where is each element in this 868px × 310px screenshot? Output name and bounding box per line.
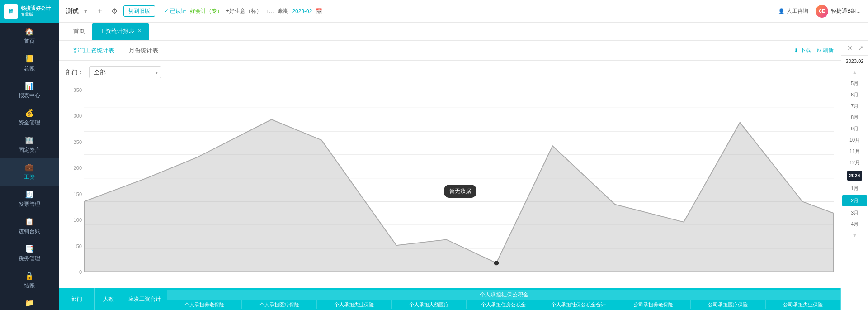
period-value: 2023-02 <box>292 8 312 14</box>
th-people-label: 人数 <box>103 296 114 303</box>
filter-row: 部门： 全部 部门一 部门二 ▾ <box>59 61 841 84</box>
period-label: 账期 <box>278 7 288 15</box>
sidebar-item-archive[interactable]: 📁 归档管理 <box>0 294 59 310</box>
sidebar-label-funds: 资金管理 <box>19 119 40 127</box>
sidebar-label-tax: 税务管理 <box>19 255 40 262</box>
badge-more: +… <box>265 8 274 14</box>
sidebar-item-home[interactable]: 🏠 首页 <box>0 23 59 50</box>
th-personal-insurance-group: 个人承担社保公积金 个人承担养老保险 个人承担医疗保险 个人承担失业保险 个人承… <box>167 288 841 310</box>
reports-icon: 📊 <box>25 81 34 90</box>
invoice-icon: 🧾 <box>25 190 34 199</box>
sidebar-item-tax[interactable]: 📑 税务管理 <box>0 240 59 267</box>
th-personal-unemployment-label: 个人承担失业保险 <box>334 302 374 307</box>
logo-icon: 畅 <box>4 4 18 19</box>
sidebar-item-reports[interactable]: 📊 报表中心 <box>0 77 59 104</box>
sales-icon: 📋 <box>25 217 34 226</box>
refresh-icon: ↻ <box>816 48 821 54</box>
tab-home-label: 首页 <box>73 27 85 35</box>
th-dept: 部门 <box>59 288 95 310</box>
switch-old-btn[interactable]: 切到旧版 <box>123 5 155 17</box>
download-btn[interactable]: ⬇ 下载 <box>794 47 811 54</box>
month-item-10[interactable]: 10月 <box>841 134 868 146</box>
tab-home[interactable]: 首页 <box>66 23 92 40</box>
sidebar-item-assets[interactable]: 🏢 固定资产 <box>0 131 59 158</box>
tab-bar: 首页 工资统计报表 ✕ <box>59 23 868 41</box>
help-btn[interactable]: 👤 人工咨询 <box>778 7 808 15</box>
project-dropdown-arrow[interactable]: ▾ <box>84 8 87 14</box>
app-logo: 畅 畅捷通好会计 专业版 <box>0 0 59 23</box>
add-button[interactable]: ＋ <box>94 6 105 17</box>
chart-area: 0 50 100 150 200 250 300 350 <box>59 84 841 288</box>
topbar: 测试 ▾ ＋ ⚙ 切到旧版 ✓ 已认证 好会计（专） +好生意（标） +… 账期… <box>59 0 868 23</box>
tab-close-icon[interactable]: ✕ <box>137 28 142 34</box>
th-personal-medical: 个人承担医疗保险 <box>242 300 316 309</box>
badge-good-biz: +好生意（标） <box>226 7 262 15</box>
sidebar-label-salary: 工资 <box>24 173 35 181</box>
month-item-4[interactable]: 4月 <box>841 219 868 230</box>
y-label-300: 300 <box>66 113 82 119</box>
th-personal-unemployment: 个人承担失业保险 <box>317 300 392 309</box>
month-item-5[interactable]: 5月 <box>841 78 868 89</box>
th-company-unemployment: 公司承担失业保险 <box>766 300 840 309</box>
sidebar-item-salary[interactable]: 💼 工资 <box>0 158 59 186</box>
app-subtitle: 专业版 <box>21 12 51 18</box>
month-item-11[interactable]: 11月 <box>841 146 868 157</box>
month-item-7[interactable]: 7月 <box>841 100 868 112</box>
badge-good-account: 好会计（专） <box>190 7 222 15</box>
y-label-200: 200 <box>66 165 82 171</box>
y-label-150: 150 <box>66 191 82 197</box>
user-name: 轻捷通B组... <box>831 7 861 15</box>
panel-close-btn[interactable]: ✕ <box>845 43 854 52</box>
user-menu[interactable]: CE 轻捷通B组... <box>816 5 861 18</box>
panel-header: ✕ ⤢ <box>841 41 868 56</box>
panel-date-label: 2023.02 <box>841 56 868 67</box>
panel-expand-btn[interactable]: ⤢ <box>856 43 865 52</box>
refresh-btn[interactable]: ↻ 刷新 <box>816 47 834 54</box>
year-badge[interactable]: 2024 <box>847 171 862 181</box>
sidebar-label-sales: 进销台账 <box>19 228 40 235</box>
month-item-9[interactable]: 9月 <box>841 123 868 134</box>
sidebar-item-sales[interactable]: 📋 进销台账 <box>0 213 59 240</box>
sidebar-label-assets: 固定资产 <box>19 146 40 154</box>
sidebar-item-funds[interactable]: 💰 资金管理 <box>0 104 59 131</box>
th-personal-major-medical-label: 个人承担大额医疗 <box>409 302 449 307</box>
sidebar: 畅 畅捷通好会计 专业版 🏠 首页 📒 总账 📊 报表中心 💰 资金管理 🏢 固… <box>0 0 59 310</box>
tab-salary-report[interactable]: 工资统计报表 ✕ <box>92 23 149 40</box>
sidebar-item-invoice[interactable]: 🧾 发票管理 <box>0 186 59 213</box>
cert-badge: ✓ 已认证 <box>164 7 186 15</box>
month-item-1[interactable]: 1月 <box>841 183 868 194</box>
topbar-right: 👤 人工咨询 CE 轻捷通B组... <box>778 5 861 18</box>
th-personal-total-label: 个人承担社保公积金合计 <box>551 302 606 307</box>
month-item-6[interactable]: 6月 <box>841 89 868 100</box>
sidebar-item-closing[interactable]: 🔒 结账 <box>0 267 59 294</box>
topbar-actions: ＋ ⚙ 切到旧版 <box>94 5 155 17</box>
dept-select[interactable]: 全部 部门一 部门二 <box>89 66 161 78</box>
table-header: 部门 人数 应发工资合计 个人承担社保公积金 个人承担养老保险 个人承担医疗 <box>59 288 841 310</box>
sub-tab-month[interactable]: 月份统计表 <box>122 43 165 58</box>
y-label-350: 350 <box>66 87 82 93</box>
month-item-2-active[interactable]: 2月 <box>842 195 867 206</box>
tax-icon: 📑 <box>25 244 34 253</box>
sidebar-item-ledger[interactable]: 📒 总账 <box>0 50 59 77</box>
area-chart <box>84 87 834 275</box>
th-company-pension: 公司承担养老保险 <box>616 300 691 309</box>
settings-button[interactable]: ⚙ <box>109 6 120 17</box>
month-item-8[interactable]: 8月 <box>841 112 868 123</box>
chart-svg-wrapper: 暂无数据 <box>84 87 834 275</box>
avatar: CE <box>816 5 828 18</box>
y-label-50: 50 <box>66 243 82 249</box>
th-total-salary-label: 应发工资合计 <box>128 296 161 303</box>
sidebar-label-closing: 结账 <box>24 282 35 290</box>
panel-down-arrow[interactable]: ▼ <box>841 230 868 241</box>
sub-tabs: 部门工资统计表 月份统计表 ⬇ 下载 ↻ 刷新 <box>59 41 841 61</box>
month-item-3[interactable]: 3月 <box>841 207 868 219</box>
closing-icon: 🔒 <box>25 272 34 280</box>
month-item-12[interactable]: 12月 <box>841 157 868 168</box>
help-label: 人工咨询 <box>787 7 808 15</box>
sidebar-label-home: 首页 <box>24 38 35 45</box>
th-personal-pension-label: 个人承担养老保险 <box>184 302 224 307</box>
panel-up-arrow[interactable]: ▲ <box>841 67 868 78</box>
calendar-icon[interactable]: 📅 <box>316 8 322 14</box>
dept-select-wrapper: 全部 部门一 部门二 ▾ <box>89 66 161 78</box>
sub-tab-dept[interactable]: 部门工资统计表 <box>66 43 122 58</box>
